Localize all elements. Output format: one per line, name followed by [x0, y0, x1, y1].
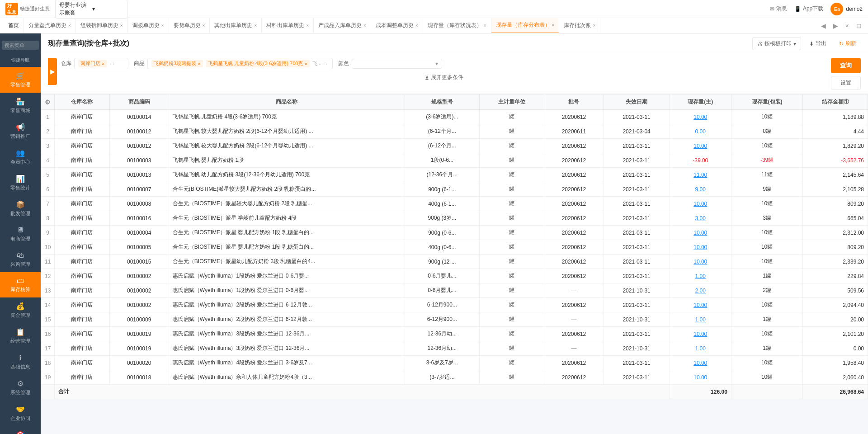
tab-qitachuku[interactable]: 其他出库单历史 ×: [210, 18, 262, 33]
cell-amount: 509.56: [803, 283, 868, 298]
tab-yaohuo[interactable]: 要货单历史 ×: [169, 18, 210, 33]
close-icon[interactable]: ×: [203, 23, 205, 28]
cell-warehouse: 南岸门店: [55, 298, 109, 312]
app-download-btn[interactable]: 📱 App下载: [794, 5, 823, 13]
sidebar-item-wholesale[interactable]: 📦 批发管理: [0, 196, 41, 222]
color-filter-input[interactable]: ▾: [352, 59, 442, 69]
cell-unit: 罐: [479, 255, 544, 269]
sidebar-item-member[interactable]: 👥 会员中心: [0, 144, 41, 170]
cell-qty-main[interactable]: 1.00: [670, 269, 731, 283]
cell-qty-pkg: 9罐: [731, 182, 803, 197]
cell-qty-main[interactable]: 1.00: [670, 341, 731, 356]
store-selector[interactable]: 母婴行业演示账套 ▾: [55, 0, 127, 19]
message-btn[interactable]: ✉ 消息: [770, 5, 787, 13]
tab-zuzhuang[interactable]: 组装拆卸单历史 ×: [76, 18, 128, 33]
th-settings[interactable]: ⚙: [41, 94, 55, 110]
cell-qty-main[interactable]: 10.00: [670, 255, 731, 269]
cell-qty-main[interactable]: 11.00: [670, 168, 731, 182]
cell-qty-main[interactable]: 10.00: [670, 226, 731, 240]
product-tag-group[interactable]: 飞鹤奶粉3段两提装 × 飞鹤星飞帆 儿童奶粉 4段(3-6岁适用) 700克 ×…: [147, 58, 333, 69]
tab-diaob[interactable]: 调拨单历史 ×: [128, 18, 169, 33]
cell-qty-pkg: 10罐: [731, 327, 803, 341]
tab-prev[interactable]: ◀: [818, 21, 829, 30]
close-icon[interactable]: ×: [68, 23, 71, 28]
sidebar-item-purchase[interactable]: 🛍 采购管理: [0, 247, 41, 272]
warehouse-tag-group[interactable]: 南岸门店 × ···: [74, 58, 128, 69]
cell-qty-main[interactable]: 0.00: [670, 124, 731, 139]
table-row: 2 南岸门店 00100012 飞鹤星飞帆 较大婴儿配方奶粉 2段(6-12个月…: [41, 124, 868, 139]
cell-expire: 2021-03-11: [604, 197, 670, 211]
warehouse-tag-close[interactable]: ×: [102, 61, 104, 66]
cell-qty-main[interactable]: 10.00: [670, 327, 731, 341]
tab-kucun[interactable]: 库存批次账 ×: [559, 18, 600, 33]
cell-qty-main[interactable]: 1.00: [670, 312, 731, 327]
cell-qty-main[interactable]: 10.00: [670, 139, 731, 153]
export-btn[interactable]: ⬇ 导出: [805, 38, 831, 50]
sidebar-item-collab[interactable]: 🤝 企业协同: [0, 401, 41, 426]
close-icon[interactable]: ×: [161, 23, 164, 28]
sidebar-item-ecom[interactable]: 🖥 电商管理: [0, 222, 41, 247]
sidebar-item-stats[interactable]: 📊 零售统计: [0, 170, 41, 196]
sidebar-item-biz[interactable]: 📋 经营管理: [0, 323, 41, 349]
tab-menu[interactable]: ⊟: [854, 21, 864, 30]
tab-home[interactable]: 首页: [4, 18, 24, 33]
sidebar-item-guide[interactable]: 🎯 新手引导: [0, 426, 41, 434]
product-dots[interactable]: ···: [324, 61, 329, 67]
filter-color: 颜色 ▾: [338, 59, 442, 69]
filter-dots[interactable]: ···: [109, 61, 114, 67]
cell-warehouse: 南岸门店: [55, 327, 109, 341]
cell-qty-main[interactable]: 10.00: [670, 370, 731, 385]
close-icon[interactable]: ×: [363, 23, 366, 28]
cell-qty-main[interactable]: 10.00: [670, 356, 731, 370]
sidebar-item-retail[interactable]: 🛒 零售管理: [0, 67, 41, 93]
tab-next[interactable]: ▶: [830, 21, 841, 30]
close-icon[interactable]: ×: [306, 23, 309, 28]
tab-xiancun1[interactable]: 现存量（库存状况表）×: [423, 18, 491, 33]
tab-fenpan[interactable]: 分量盘点单历史 ×: [24, 18, 76, 33]
refresh-btn[interactable]: ↻ 刷新: [835, 38, 861, 50]
sidebar-item-mall[interactable]: 🏪 零售商城: [0, 93, 41, 118]
cell-amount: 1,829.20: [803, 139, 868, 153]
cell-qty-main[interactable]: 10.00: [670, 197, 731, 211]
close-icon[interactable]: ×: [120, 23, 123, 28]
search-input[interactable]: [2, 41, 39, 50]
cell-batch: 20200612: [544, 356, 604, 370]
tab-xiancun2[interactable]: 现存量（库存分布表）×: [491, 18, 560, 33]
product-label: 商品: [134, 60, 145, 67]
close-icon[interactable]: ×: [552, 23, 555, 28]
close-icon[interactable]: ×: [484, 23, 486, 28]
th-unit: 主计量单位: [479, 94, 544, 110]
sidebar-item-sys[interactable]: ⚙ 系统管理: [0, 375, 41, 401]
sidebar-item-inventory[interactable]: 🗃 库存核算: [0, 272, 41, 297]
settings-btn[interactable]: 设置: [831, 76, 861, 90]
tab-close-all[interactable]: ×: [843, 21, 852, 30]
sidebar-item-marketing[interactable]: 📢 营销推广: [0, 118, 41, 144]
top-header: 好生意 畅捷通好生意 母婴行业演示账套 ▾ ✉ 消息 📱 App下载 Ea de…: [0, 0, 868, 18]
close-icon[interactable]: ×: [593, 23, 595, 28]
tab-chengben[interactable]: 成本调整单历史 ×: [371, 18, 423, 33]
cell-batch: 20200612: [544, 211, 604, 226]
close-icon[interactable]: ×: [415, 23, 418, 28]
product-tag-2-close[interactable]: ×: [304, 61, 307, 66]
sidebar-item-finance[interactable]: 💰 资金管理: [0, 297, 41, 323]
close-icon[interactable]: ×: [254, 23, 257, 28]
cell-qty-main[interactable]: 10.00: [670, 298, 731, 312]
cell-expire: 2021-03-11: [604, 240, 670, 255]
cell-qty-main[interactable]: -39.00: [670, 153, 731, 168]
filter-expand-row: ⊻ 展开更多条件: [61, 69, 827, 83]
expand-btn[interactable]: ▶: [48, 58, 57, 85]
cell-amount: 2,312.00: [803, 226, 868, 240]
cell-qty-main[interactable]: 10.00: [670, 240, 731, 255]
tab-cailiao[interactable]: 材料出库单历史 ×: [262, 18, 314, 33]
tab-chancheng[interactable]: 产成品入库单历史 ×: [314, 18, 371, 33]
cell-qty-main[interactable]: 2.00: [670, 283, 731, 298]
product-tag-1-close[interactable]: ×: [198, 61, 200, 66]
expand-more-btn[interactable]: ⊻ 展开更多条件: [425, 74, 463, 81]
print-btn[interactable]: 🖨 按模板打印 ▾: [752, 37, 801, 50]
settings-col-icon[interactable]: ⚙: [45, 99, 51, 106]
query-btn[interactable]: 查询: [831, 58, 861, 73]
cell-qty-main[interactable]: 10.00: [670, 110, 731, 124]
cell-qty-main[interactable]: 3.00: [670, 211, 731, 226]
cell-qty-main[interactable]: 9.00: [670, 182, 731, 197]
sidebar-item-base[interactable]: ℹ 基础信息: [0, 349, 41, 375]
